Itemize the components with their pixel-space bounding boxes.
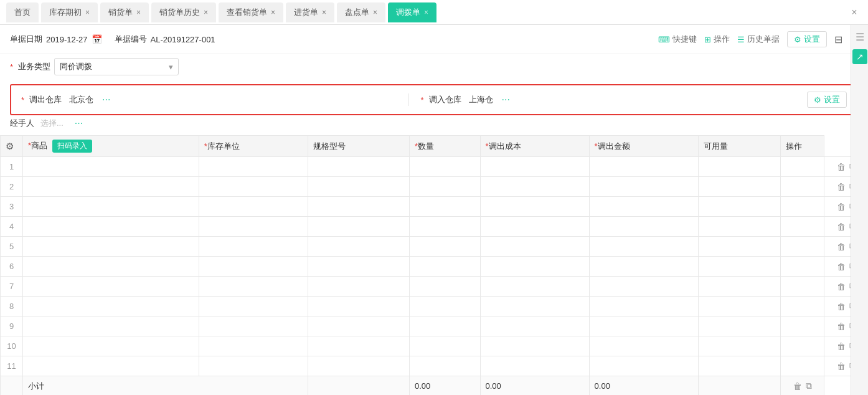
cell-row1-col6[interactable] [589,157,698,177]
cell-row6-col4[interactable] [409,257,480,277]
cell-row2-col4[interactable] [409,177,480,197]
cell-row4-col3[interactable] [308,217,409,237]
cell-row3-col2[interactable] [199,197,308,217]
cell-row11-col4[interactable] [409,356,480,376]
cell-row6-col8[interactable] [781,257,824,277]
delete-icon[interactable]: 🗑 [837,162,846,172]
cell-row9-col8[interactable] [781,316,824,336]
person-select[interactable]: 选择... [40,118,64,129]
doc-date-value[interactable]: 2019-12-27 [46,35,88,44]
cell-row6-col1[interactable] [23,257,199,277]
cell-row9-col6[interactable] [589,316,698,336]
tab-home[interactable]: 首页 [6,2,39,22]
delete-icon[interactable]: 🗑 [837,222,846,232]
cell-row2-col7[interactable] [698,177,780,197]
window-close-button[interactable]: × [847,5,862,20]
tab-view-sales-close[interactable]: × [271,8,275,17]
cell-row1-col4[interactable] [409,157,480,177]
delete-icon[interactable]: 🗑 [837,242,846,252]
cell-row6-col5[interactable] [480,257,589,277]
cell-row7-col4[interactable] [409,277,480,297]
warehouse-settings-button[interactable]: ⚙ 设置 [807,92,847,108]
cell-row4-col7[interactable] [698,217,780,237]
cell-row11-col3[interactable] [308,356,409,376]
tab-sales-history[interactable]: 销货单历史 × [151,2,216,22]
cell-row5-col7[interactable] [698,237,780,257]
tab-transfer[interactable]: 调拨单 × [388,2,436,22]
tab-stocktake[interactable]: 盘点单 × [337,2,385,22]
scan-button[interactable]: 扫码录入 [52,140,92,153]
tab-inventory-init[interactable]: 库存期初 × [41,2,98,22]
cell-row9-col1[interactable] [23,316,199,336]
cell-row8-col6[interactable] [589,297,698,316]
cell-row10-col7[interactable] [698,336,780,356]
grid-view-icon[interactable]: ⊟ [834,34,842,45]
cell-row4-col4[interactable] [409,217,480,237]
cell-row1-col2[interactable] [199,157,308,177]
cell-row8-col4[interactable] [409,297,480,316]
cell-row2-col2[interactable] [199,177,308,197]
delete-icon[interactable]: 🗑 [837,182,846,192]
transfer-in-more-icon[interactable]: ··· [502,94,510,105]
cell-row10-col3[interactable] [308,336,409,356]
cell-row3-col4[interactable] [409,197,480,217]
sidebar-expand-icon[interactable]: ↗ [852,49,867,64]
col-gear[interactable]: ⚙ [1,136,23,157]
cell-row5-col1[interactable] [23,237,199,257]
cell-row7-col5[interactable] [480,277,589,297]
cell-row6-col6[interactable] [589,257,698,277]
cell-row10-col1[interactable] [23,336,199,356]
history-btn[interactable]: ☰ 历史单据 [737,34,780,45]
cell-row3-col8[interactable] [781,197,824,217]
cell-row3-col1[interactable] [23,197,199,217]
tab-stocktake-close[interactable]: × [373,8,377,17]
cell-row3-col7[interactable] [698,197,780,217]
cell-row11-col7[interactable] [698,356,780,376]
cell-row8-col7[interactable] [698,297,780,316]
cell-row11-col2[interactable] [199,356,308,376]
cell-row4-col1[interactable] [23,217,199,237]
cell-row10-col5[interactable] [480,336,589,356]
delete-icon[interactable]: 🗑 [837,361,846,371]
cell-row4-col5[interactable] [480,217,589,237]
cell-row2-col1[interactable] [23,177,199,197]
delete-icon[interactable]: 🗑 [837,262,846,272]
subtotal-copy-icon[interactable]: ⧉ [806,381,812,391]
cell-row2-col6[interactable] [589,177,698,197]
quick-key-btn[interactable]: ⌨ 快捷键 [658,34,697,45]
tab-purchase-close[interactable]: × [322,8,326,17]
cell-row11-col8[interactable] [781,356,824,376]
cell-row3-col6[interactable] [589,197,698,217]
cell-row6-col7[interactable] [698,257,780,277]
cell-row7-col6[interactable] [589,277,698,297]
cell-row8-col3[interactable] [308,297,409,316]
cell-row1-col7[interactable] [698,157,780,177]
cell-row11-col5[interactable] [480,356,589,376]
cell-row7-col7[interactable] [698,277,780,297]
cell-row4-col2[interactable] [199,217,308,237]
cell-row7-col3[interactable] [308,277,409,297]
person-more-icon[interactable]: ··· [75,118,83,129]
cell-row6-col3[interactable] [308,257,409,277]
cell-row5-col3[interactable] [308,237,409,257]
cell-row7-col2[interactable] [199,277,308,297]
cell-row8-col2[interactable] [199,297,308,316]
transfer-in-value[interactable]: 上海仓 [469,94,493,105]
cell-row3-col5[interactable] [480,197,589,217]
tab-inventory-init-close[interactable]: × [85,8,90,17]
tab-transfer-close[interactable]: × [424,8,428,17]
delete-icon[interactable]: 🗑 [837,202,846,212]
cell-row8-col1[interactable] [23,297,199,316]
cell-row9-col4[interactable] [409,316,480,336]
cell-row9-col5[interactable] [480,316,589,336]
cell-row8-col5[interactable] [480,297,589,316]
cell-row11-col6[interactable] [589,356,698,376]
delete-icon[interactable]: 🗑 [837,302,846,312]
cell-row9-col7[interactable] [698,316,780,336]
tab-view-sales[interactable]: 查看销货单 × [219,2,283,22]
cell-row11-col1[interactable] [23,356,199,376]
cell-row9-col2[interactable] [199,316,308,336]
cell-row8-col8[interactable] [781,297,824,316]
cell-row2-col8[interactable] [781,177,824,197]
tab-sales-order[interactable]: 销货单 × [100,2,149,22]
